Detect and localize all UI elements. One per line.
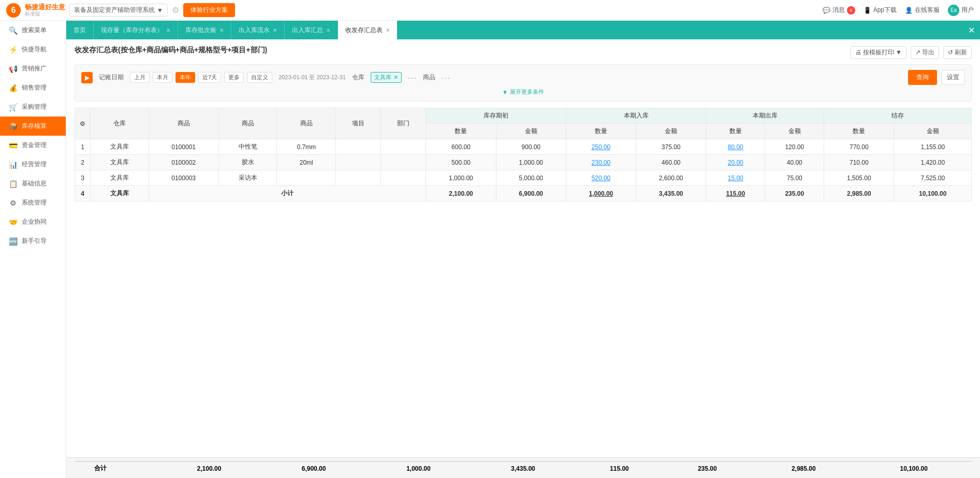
table-row: 1 文具库 0100001 中性笔 0.7mm 600.00 900.00 25…	[75, 139, 972, 155]
total-label: 合计	[90, 461, 157, 475]
table-wrapper: ⚙ 仓库 商品 商品 商品 项目 部门 库存期初 本期入库 本期出库 结存	[75, 108, 972, 201]
refresh-button[interactable]: ↺ 刷新	[943, 46, 972, 59]
row-out-qty[interactable]: 80.00	[706, 139, 765, 155]
sidebar-label-enterprise: 企业协同	[22, 218, 47, 226]
settings-button[interactable]: 设置	[941, 70, 965, 85]
row-no: 2	[75, 155, 91, 170]
total-in-qty: 1,000.00	[366, 461, 471, 475]
inventory-icon: 📦	[8, 122, 18, 131]
row-in-amt: 2,600.00	[636, 170, 706, 186]
sidebar-item-purchase[interactable]: 🛒 采购管理	[0, 97, 66, 117]
trial-button[interactable]: 体验行业方案	[183, 3, 235, 17]
sidebar-label-purchase: 采购管理	[22, 103, 47, 111]
col-warehouse: 仓库	[91, 108, 149, 139]
subtotal-close-amt: 10,100.00	[894, 186, 972, 201]
sidebar-item-sales[interactable]: 💰 销售管理	[0, 78, 66, 97]
app-subtitle: 标准版	[25, 11, 65, 17]
col-project: 项目	[336, 108, 381, 139]
date-shortcuts: 上月 本月 本年 近7天 更多 自定义	[130, 72, 272, 83]
filter-arrow[interactable]: ▶	[81, 72, 93, 83]
sidebar-label-system: 系统管理	[22, 198, 47, 207]
date-btn-7days[interactable]: 近7天	[198, 72, 221, 83]
sidebar-item-quick[interactable]: ⚡ 快捷导航	[0, 40, 66, 59]
row-out-qty[interactable]: 15.00	[706, 170, 765, 186]
user-avatar: Ea	[948, 5, 959, 16]
sidebar-item-finance[interactable]: 💳 资金管理	[0, 136, 66, 155]
col-in-amt: 金额	[636, 124, 706, 139]
tab-inout-flow[interactable]: 出入库流水 ✕	[231, 21, 285, 39]
goods-more-dots[interactable]: ···	[442, 74, 451, 82]
table-row: 2 文具库 0100002 胶水 20ml 500.00 1,000.00 23…	[75, 155, 972, 170]
table-settings-col[interactable]: ⚙	[75, 108, 91, 139]
sidebar-item-inventory[interactable]: 📦 库存核算	[0, 117, 66, 136]
tab-close-batch[interactable]: ✕	[220, 27, 224, 33]
tab-close-inout-summary[interactable]: ✕	[326, 27, 330, 33]
date-btn-custom[interactable]: 自定义	[247, 72, 272, 83]
chevron-down-icon2: ▼	[896, 49, 902, 56]
warehouse-remove-icon[interactable]: ✕	[393, 74, 398, 81]
mobile-icon: 📱	[864, 7, 871, 14]
tab-batch[interactable]: 库存批次账 ✕	[178, 21, 231, 39]
tab-home[interactable]: 首页	[66, 21, 94, 39]
row-out-qty[interactable]: 20.00	[706, 155, 765, 170]
row-in-qty[interactable]: 520.00	[566, 170, 636, 186]
online-service-item[interactable]: 👤 在线客服	[905, 6, 940, 15]
user-item[interactable]: Ea 用户	[948, 5, 974, 16]
expand-btn[interactable]: ▼ 展开更多条件	[81, 88, 965, 96]
warehouse-filter-tag[interactable]: 文具库 ✕	[371, 72, 402, 83]
tab-close-stock-dist[interactable]: ✕	[166, 27, 170, 33]
row-goods-spec: 0.7mm	[277, 139, 336, 155]
row-project	[336, 139, 381, 155]
subtotal-no: 4	[75, 186, 91, 201]
sidebar-item-basic[interactable]: 📋 基础信息	[0, 174, 66, 193]
sidebar-item-marketing[interactable]: 📢 营销推广	[0, 59, 66, 78]
print-button[interactable]: 🖨 按模板打印 ▼	[851, 46, 906, 59]
marketing-icon: 📢	[8, 65, 18, 73]
row-in-qty[interactable]: 230.00	[566, 155, 636, 170]
date-btn-this-month[interactable]: 本月	[153, 72, 172, 83]
date-btn-more[interactable]: 更多	[224, 72, 244, 83]
row-in-qty[interactable]: 250.00	[566, 139, 636, 155]
row-department	[381, 170, 426, 186]
col-open-qty: 数量	[426, 124, 496, 139]
tab-inout-summary[interactable]: 出入库汇总 ✕	[285, 21, 338, 39]
sidebar-item-enterprise[interactable]: 🤝 企业协同	[0, 212, 66, 231]
filter-area: ▶ 记账日期 上月 本月 本年 近7天 更多 自定义 2023-01-01 至 …	[75, 64, 972, 102]
table-row: 3 文具库 0100003 采访本 1,000.00 5,000.00 520.…	[75, 170, 972, 186]
col-goods-name: 商品	[218, 108, 277, 139]
sidebar-item-operations[interactable]: 📊 经营管理	[0, 155, 66, 174]
header-actions: 🖨 按模板打印 ▼ ↗ 导出 ↺ 刷新	[851, 46, 972, 59]
total-open-qty: 2,100.00	[157, 461, 261, 475]
sidebar-item-guide[interactable]: 🆕 新手引导	[0, 231, 66, 251]
tab-close-receive-summary[interactable]: ✕	[386, 27, 390, 33]
date-btn-last-month[interactable]: 上月	[130, 72, 150, 83]
row-open-amt: 900.00	[496, 139, 566, 155]
print-icon: 🖨	[855, 49, 861, 56]
operations-icon: 📊	[8, 161, 18, 169]
basic-icon: 📋	[8, 180, 18, 188]
row-open-amt: 5,000.00	[496, 170, 566, 186]
row-open-qty: 500.00	[426, 155, 496, 170]
row-goods-code: 0100002	[149, 155, 218, 170]
subtotal-out-qty: 115.00	[706, 186, 765, 201]
message-item[interactable]: 💬 消息 6	[823, 6, 855, 15]
col-close-amt: 金额	[894, 124, 972, 139]
sidebar-item-search[interactable]: 🔍 搜索菜单	[0, 21, 66, 40]
tab-close-inout-flow[interactable]: ✕	[273, 27, 277, 33]
export-button[interactable]: ↗ 导出	[911, 46, 939, 59]
date-btn-this-year[interactable]: 本年	[175, 72, 195, 83]
settings-icon[interactable]: ⚙	[172, 5, 179, 15]
warehouse-more-dots[interactable]: ···	[408, 74, 417, 82]
tab-stock-dist[interactable]: 现存量（库存分布表） ✕	[94, 21, 178, 39]
sidebar-item-system[interactable]: ⚙ 系统管理	[0, 193, 66, 212]
warehouse-filter-label: 仓库	[352, 73, 364, 82]
tab-receive-summary[interactable]: 收发存汇总表 ✕	[338, 21, 397, 39]
system-select[interactable]: 装备及固定资产辅助管理系统 ▼	[69, 4, 168, 17]
row-project	[336, 170, 381, 186]
row-warehouse: 文具库	[91, 155, 149, 170]
message-icon: 💬	[823, 7, 830, 14]
query-button[interactable]: 查询	[908, 70, 937, 85]
tabs-close-all[interactable]: ✕	[963, 25, 980, 35]
app-download-item[interactable]: 📱 App下载	[864, 6, 897, 15]
page-title: 收发存汇总表(按仓库+商品编码+商品+规格型号+项目+部门)	[75, 46, 267, 59]
